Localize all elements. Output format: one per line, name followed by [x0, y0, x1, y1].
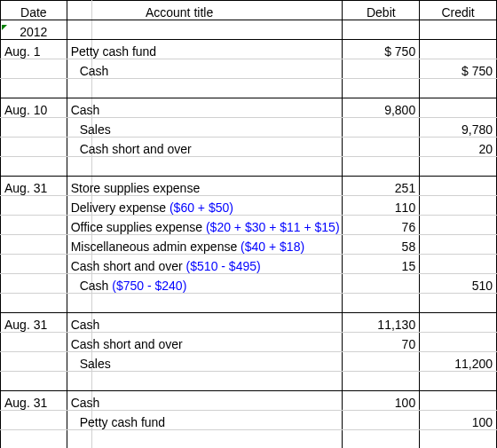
date-cell [1, 118, 67, 138]
account-title: Cash short and over [71, 337, 183, 351]
date-cell [1, 235, 67, 255]
header-row: Date Account title Debit Credit [1, 1, 497, 20]
year-cell: 2012 [1, 20, 67, 40]
date-cell [1, 352, 67, 372]
date-cell: Aug. 10 [1, 98, 67, 118]
credit-cell [420, 313, 497, 333]
credit-cell: 100 [420, 411, 497, 430]
header-credit: Credit [420, 1, 497, 20]
date-cell [1, 59, 67, 79]
cell-marker-icon [2, 25, 7, 30]
calc-note: ($510 - $495) [183, 259, 261, 273]
debit-cell: 100 [343, 391, 420, 411]
title-cell [91, 313, 343, 333]
date-cell [1, 333, 67, 352]
credit-cell: 20 [420, 138, 497, 157]
table-row: Aug. 1Petty cash fund$ 750 [1, 40, 497, 59]
debit-cell [343, 118, 420, 138]
table-row: Cash short and over20 [1, 138, 497, 157]
journal-table: Date Account title Debit Credit 2012 Aug… [0, 0, 497, 448]
debit-cell [343, 352, 420, 372]
credit-cell: 11,200 [420, 352, 497, 372]
separator-row [1, 430, 497, 449]
table-row: Miscellaneous admin expense ($40 + $18)5… [1, 235, 497, 255]
account-title-indented: Cash short and over [71, 142, 192, 156]
title-cell [91, 391, 343, 411]
calc-note: ($60 + $50) [166, 200, 233, 215]
credit-cell [420, 177, 497, 196]
credit-cell [420, 391, 497, 411]
table-row: Cash short and over ($510 - $495)15 [1, 255, 497, 274]
account-title-indented: Sales [71, 357, 111, 371]
title-cell [91, 98, 343, 118]
date-cell: Aug. 31 [1, 313, 67, 333]
debit-cell: 58 [343, 235, 420, 255]
date-cell [1, 274, 67, 294]
credit-cell: 510 [420, 274, 497, 294]
debit-cell: 251 [343, 177, 420, 196]
separator-row [1, 157, 497, 177]
credit-cell [420, 235, 497, 255]
date-cell [1, 411, 67, 430]
date-cell [1, 216, 67, 235]
table-row: Aug. 31Store supplies expense251 [1, 177, 497, 196]
table-row: Office supplies expense ($20 + $30 + $11… [1, 216, 497, 235]
credit-cell: 9,780 [420, 118, 497, 138]
header-date: Date [1, 1, 67, 20]
calc-note: ($750 - $240) [108, 279, 186, 293]
debit-cell: 11,130 [343, 313, 420, 333]
credit-cell [420, 255, 497, 274]
debit-cell [343, 138, 420, 157]
table-row: Delivery expense ($60 + $50)110 [1, 196, 497, 216]
account-title: Delivery expense ($60 + $50) [71, 200, 233, 215]
debit-cell [343, 274, 420, 294]
credit-cell [420, 216, 497, 235]
debit-cell: 9,800 [343, 98, 420, 118]
debit-cell [343, 411, 420, 430]
account-title-indented: Cash ($750 - $240) [71, 279, 187, 293]
table-row: Cash$ 750 [1, 59, 497, 79]
credit-cell [420, 333, 497, 352]
date-cell: Aug. 31 [1, 177, 67, 196]
header-title-left [67, 1, 91, 20]
separator-row [1, 372, 497, 391]
table-row: Cash short and over70 [1, 333, 497, 352]
debit-cell: 15 [343, 255, 420, 274]
debit-cell: $ 750 [343, 40, 420, 59]
table-row: Sales11,200 [1, 352, 497, 372]
table-row: Aug. 10Cash9,800 [1, 98, 497, 118]
date-cell: Aug. 1 [1, 40, 67, 59]
calc-note: ($40 + $18) [237, 240, 304, 254]
debit-cell: 70 [343, 333, 420, 352]
separator-row [1, 294, 497, 313]
credit-cell [420, 40, 497, 59]
title-cell [91, 59, 343, 79]
header-debit: Debit [343, 1, 420, 20]
account-title: Miscellaneous admin expense ($40 + $18) [71, 240, 304, 254]
date-cell [1, 138, 67, 157]
account-title: Cash [71, 396, 100, 410]
separator-row [1, 79, 497, 98]
account-title: Store supplies expense [71, 181, 201, 195]
table-row: Aug. 31Cash100 [1, 391, 497, 411]
debit-cell: 76 [343, 216, 420, 235]
year-row: 2012 [1, 20, 497, 40]
account-title-indented: Sales [71, 122, 111, 137]
date-cell [1, 196, 67, 216]
debit-cell [343, 59, 420, 79]
account-title-indented: Cash [71, 64, 109, 78]
table-row: Cash ($750 - $240)510 [1, 274, 497, 294]
account-title-indented: Petty cash fund [71, 415, 166, 429]
account-title: Petty cash fund [71, 44, 157, 59]
table-row: Sales9,780 [1, 118, 497, 138]
debit-cell: 110 [343, 196, 420, 216]
calc-note: ($20 + $30 + $11 + $15) [202, 220, 340, 234]
account-title: Cash [71, 318, 100, 332]
account-title: Office supplies expense ($20 + $30 + $11… [71, 220, 340, 234]
title-cell [91, 118, 343, 138]
credit-cell: $ 750 [420, 59, 497, 79]
table-row: Petty cash fund100 [1, 411, 497, 430]
credit-cell [420, 196, 497, 216]
credit-cell [420, 98, 497, 118]
table-row: Aug. 31Cash11,130 [1, 313, 497, 333]
